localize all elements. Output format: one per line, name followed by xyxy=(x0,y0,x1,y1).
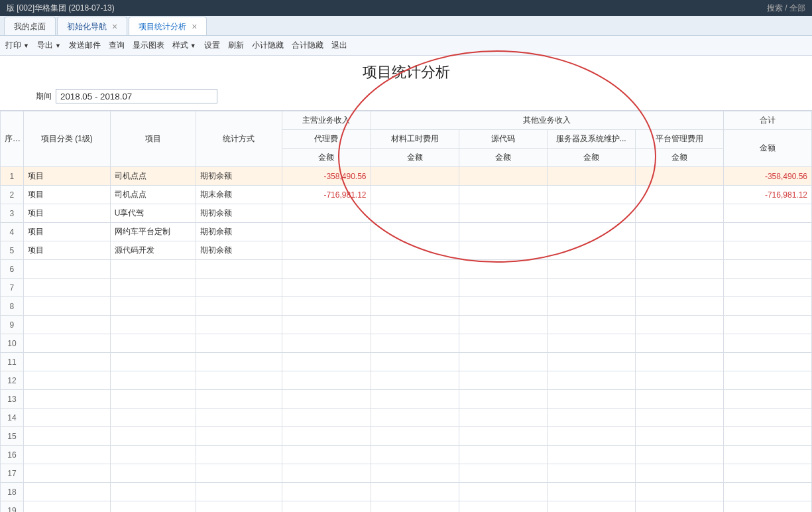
empty-cell[interactable] xyxy=(23,464,110,483)
empty-cell[interactable] xyxy=(723,297,811,316)
row-seq[interactable]: 18 xyxy=(1,483,24,501)
row-seq[interactable]: 8 xyxy=(1,297,24,316)
row-lvl[interactable]: 项目 xyxy=(23,186,110,204)
empty-cell[interactable] xyxy=(635,353,723,371)
toolbar-刷新[interactable]: 刷新 xyxy=(228,40,244,51)
empty-cell[interactable] xyxy=(110,409,196,427)
row-agency[interactable]: -716,981.12 xyxy=(282,186,371,204)
row-s2[interactable] xyxy=(459,186,547,204)
empty-cell[interactable] xyxy=(723,334,811,353)
row-proj[interactable]: 司机点点 xyxy=(110,167,196,186)
empty-cell[interactable] xyxy=(110,353,196,371)
empty-cell[interactable] xyxy=(635,483,723,501)
empty-cell[interactable] xyxy=(196,279,282,297)
empty-cell[interactable] xyxy=(459,464,547,483)
empty-cell[interactable] xyxy=(23,446,110,464)
table-row-empty[interactable]: 17 xyxy=(1,464,812,483)
empty-cell[interactable] xyxy=(282,501,371,513)
empty-cell[interactable] xyxy=(196,260,282,279)
toolbar-小计隐藏[interactable]: 小计隐藏 xyxy=(252,40,284,51)
empty-cell[interactable] xyxy=(371,427,459,446)
empty-cell[interactable] xyxy=(196,334,282,353)
empty-cell[interactable] xyxy=(282,297,371,316)
row-seq[interactable]: 16 xyxy=(1,446,24,464)
empty-cell[interactable] xyxy=(23,371,110,390)
row-stat[interactable]: 期末余额 xyxy=(196,186,282,204)
empty-cell[interactable] xyxy=(23,501,110,513)
row-seq[interactable]: 11 xyxy=(1,353,24,371)
empty-cell[interactable] xyxy=(23,316,110,334)
table-row-empty[interactable]: 9 xyxy=(1,316,812,334)
row-s2[interactable] xyxy=(459,167,547,186)
th-sub2-amount[interactable]: 金额 xyxy=(459,149,547,167)
table-row-empty[interactable]: 7 xyxy=(1,279,812,297)
empty-cell[interactable] xyxy=(110,427,196,446)
row-seq[interactable]: 17 xyxy=(1,464,24,483)
period-input[interactable] xyxy=(56,89,217,103)
table-row[interactable]: 3项目U享代驾期初余额 xyxy=(1,204,812,223)
tab-0[interactable]: 我的桌面 xyxy=(4,17,56,35)
th-stat[interactable]: 统计方式 xyxy=(196,111,282,167)
row-seq[interactable]: 14 xyxy=(1,409,24,427)
empty-cell[interactable] xyxy=(635,501,723,513)
empty-cell[interactable] xyxy=(371,390,459,409)
row-stat[interactable]: 期初余额 xyxy=(196,241,282,260)
th-total-amount[interactable]: 金额 xyxy=(723,130,811,167)
table-row-empty[interactable]: 6 xyxy=(1,260,812,279)
empty-cell[interactable] xyxy=(459,279,547,297)
empty-cell[interactable] xyxy=(547,390,635,409)
empty-cell[interactable] xyxy=(110,279,196,297)
empty-cell[interactable] xyxy=(371,334,459,353)
empty-cell[interactable] xyxy=(282,464,371,483)
empty-cell[interactable] xyxy=(635,260,723,279)
empty-cell[interactable] xyxy=(23,334,110,353)
empty-cell[interactable] xyxy=(459,316,547,334)
empty-cell[interactable] xyxy=(635,316,723,334)
empty-cell[interactable] xyxy=(196,297,282,316)
empty-cell[interactable] xyxy=(547,446,635,464)
empty-cell[interactable] xyxy=(23,409,110,427)
row-s2[interactable] xyxy=(459,223,547,241)
empty-cell[interactable] xyxy=(547,371,635,390)
row-lvl[interactable]: 项目 xyxy=(23,204,110,223)
empty-cell[interactable] xyxy=(110,297,196,316)
empty-cell[interactable] xyxy=(371,353,459,371)
row-seq[interactable]: 12 xyxy=(1,371,24,390)
row-s3[interactable] xyxy=(547,223,635,241)
empty-cell[interactable] xyxy=(635,427,723,446)
empty-cell[interactable] xyxy=(635,390,723,409)
row-agency[interactable] xyxy=(282,223,371,241)
empty-cell[interactable] xyxy=(282,371,371,390)
row-s4[interactable] xyxy=(635,241,723,260)
table-row-empty[interactable]: 12 xyxy=(1,371,812,390)
empty-cell[interactable] xyxy=(459,409,547,427)
empty-cell[interactable] xyxy=(723,316,811,334)
empty-cell[interactable] xyxy=(459,390,547,409)
th-sub1[interactable]: 材料工时费用 xyxy=(371,130,459,149)
tab-2[interactable]: 项目统计分析× xyxy=(129,17,207,35)
empty-cell[interactable] xyxy=(547,427,635,446)
row-s1[interactable] xyxy=(371,241,459,260)
row-lvl[interactable]: 项目 xyxy=(23,241,110,260)
empty-cell[interactable] xyxy=(282,390,371,409)
row-agency[interactable]: -358,490.56 xyxy=(282,167,371,186)
table-row[interactable]: 2项目司机点点期末余额-716,981.12-716,981.12 xyxy=(1,186,812,204)
empty-cell[interactable] xyxy=(110,501,196,513)
row-s1[interactable] xyxy=(371,186,459,204)
row-stat[interactable]: 期初余额 xyxy=(196,204,282,223)
empty-cell[interactable] xyxy=(282,279,371,297)
th-sub3[interactable]: 服务器及系统维护... xyxy=(547,130,635,149)
empty-cell[interactable] xyxy=(635,279,723,297)
row-seq[interactable]: 10 xyxy=(1,334,24,353)
empty-cell[interactable] xyxy=(196,353,282,371)
row-seq[interactable]: 6 xyxy=(1,260,24,279)
empty-cell[interactable] xyxy=(459,483,547,501)
toolbar-样式[interactable]: 样式▼ xyxy=(172,40,196,51)
empty-cell[interactable] xyxy=(196,390,282,409)
empty-cell[interactable] xyxy=(635,334,723,353)
empty-cell[interactable] xyxy=(723,427,811,446)
empty-cell[interactable] xyxy=(459,427,547,446)
row-s4[interactable] xyxy=(635,167,723,186)
empty-cell[interactable] xyxy=(196,316,282,334)
empty-cell[interactable] xyxy=(635,297,723,316)
